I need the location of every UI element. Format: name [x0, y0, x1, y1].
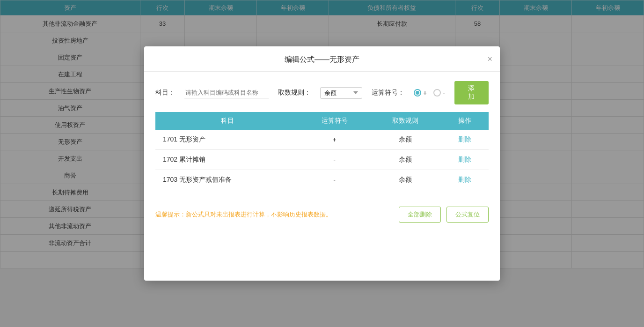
rule-select-wrap: 余额 借方 贷方 借方发生额 贷方发生额	[320, 87, 362, 99]
rule-label: 取数规则：	[278, 89, 311, 97]
row-action: 删除	[440, 150, 489, 170]
form-row: 科目： 取数规则： 余额 借方 贷方 借方发生额 贷方发生额 运算符号： +	[144, 72, 500, 112]
add-button[interactable]: 添加	[454, 81, 489, 104]
radio-plus-indicator	[414, 89, 421, 97]
reset-formula-button[interactable]: 公式复位	[446, 207, 489, 223]
col-rule-header: 取数规则	[370, 112, 440, 130]
rule-select[interactable]: 余额 借方 贷方 借方发生额 贷方发生额	[320, 87, 362, 99]
row-operator: -	[299, 170, 370, 190]
modal-header: 编辑公式——无形资产 ×	[144, 46, 500, 72]
hint-text: 温馨提示：新公式只对未出报表进行计算，不影响历史报表数据。	[155, 210, 332, 219]
row-action: 删除	[440, 170, 489, 190]
col-action-header: 操作	[440, 112, 489, 130]
modal-title: 编辑公式——无形资产	[285, 55, 359, 65]
footer-buttons: 全部删除 公式复位	[399, 207, 489, 223]
row-subject: 1701 无形资产	[155, 130, 299, 150]
row-rule: 余额	[370, 130, 440, 150]
delete-row-button[interactable]: 删除	[458, 156, 471, 163]
modal-overlay: 编辑公式——无形资产 × 科目： 取数规则： 余额 借方 贷方 借方发生额 贷方…	[0, 0, 644, 327]
subject-input[interactable]	[184, 87, 269, 98]
formula-table: 科目 运算符号 取数规则 操作 1701 无形资产 + 余额 删除 1702 累…	[155, 112, 489, 190]
table-header-row: 科目 运算符号 取数规则 操作	[155, 112, 489, 130]
subject-label: 科目：	[155, 89, 175, 97]
col-subject-header: 科目	[155, 112, 299, 130]
delete-row-button[interactable]: 删除	[458, 176, 471, 183]
row-rule: 余额	[370, 150, 440, 170]
operator-label: 运算符号：	[372, 89, 404, 97]
table-row: 1702 累计摊销 - 余额 删除	[155, 150, 489, 170]
radio-minus-indicator	[433, 89, 441, 97]
operator-minus-label: -	[443, 89, 445, 97]
row-subject: 1702 累计摊销	[155, 150, 299, 170]
modal-close-button[interactable]: ×	[487, 55, 492, 63]
row-operator: +	[299, 130, 370, 150]
row-rule: 余额	[370, 170, 440, 190]
row-action: 删除	[440, 130, 489, 150]
modal-dialog: 编辑公式——无形资产 × 科目： 取数规则： 余额 借方 贷方 借方发生额 贷方…	[144, 46, 500, 281]
delete-all-button[interactable]: 全部删除	[399, 207, 441, 223]
operator-radio-group: + -	[414, 89, 445, 97]
row-operator: -	[299, 150, 370, 170]
operator-plus-label: +	[423, 89, 427, 97]
modal-footer: 温馨提示：新公式只对未出报表进行计算，不影响历史报表数据。 全部删除 公式复位	[144, 199, 500, 226]
row-subject: 1703 无形资产减值准备	[155, 170, 299, 190]
operator-plus-radio[interactable]: +	[414, 89, 427, 97]
col-operator-header: 运算符号	[299, 112, 370, 130]
data-table-container: 科目 运算符号 取数规则 操作 1701 无形资产 + 余额 删除 1702 累…	[144, 112, 500, 190]
delete-row-button[interactable]: 删除	[458, 135, 471, 143]
table-row: 1703 无形资产减值准备 - 余额 删除	[155, 170, 489, 190]
operator-minus-radio[interactable]: -	[433, 89, 445, 97]
table-row: 1701 无形资产 + 余额 删除	[155, 130, 489, 150]
